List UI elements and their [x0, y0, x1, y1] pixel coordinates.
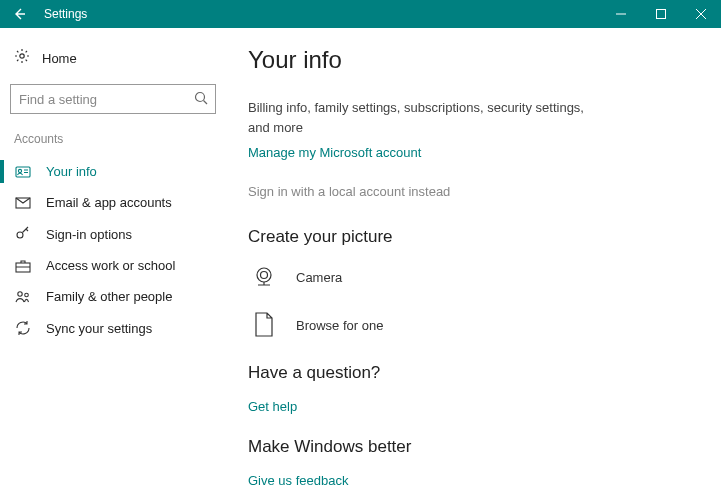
home-button[interactable]: Home [10, 42, 228, 74]
question-heading: Have a question? [248, 363, 691, 383]
sidebar-item-family[interactable]: Family & other people [10, 281, 228, 312]
get-help-link[interactable]: Get help [248, 399, 297, 414]
picture-heading: Create your picture [248, 227, 691, 247]
sidebar-item-label: Email & app accounts [46, 195, 172, 210]
svg-point-12 [18, 291, 22, 295]
home-label: Home [42, 51, 77, 66]
sidebar-item-label: Access work or school [46, 258, 175, 273]
back-button[interactable] [0, 0, 38, 28]
sidebar: Home Accounts Your info Email & app acco… [0, 28, 228, 500]
sidebar-section-label: Accounts [14, 132, 228, 146]
camera-icon [248, 261, 280, 293]
sidebar-item-your-info[interactable]: Your info [10, 156, 228, 187]
svg-point-13 [25, 293, 29, 297]
sidebar-item-label: Family & other people [46, 289, 172, 304]
search-input[interactable] [10, 84, 216, 114]
id-card-icon [14, 166, 32, 178]
close-button[interactable] [681, 0, 721, 28]
people-icon [14, 290, 32, 304]
page-title: Your info [248, 46, 691, 74]
feedback-link[interactable]: Give us feedback [248, 473, 348, 488]
maximize-icon [656, 9, 666, 19]
file-icon [248, 309, 280, 341]
close-icon [696, 9, 706, 19]
browse-label: Browse for one [296, 318, 383, 333]
sidebar-item-sync[interactable]: Sync your settings [10, 312, 228, 344]
billing-description: Billing info, family settings, subscript… [248, 98, 588, 137]
better-heading: Make Windows better [248, 437, 691, 457]
arrow-left-icon [11, 6, 27, 22]
local-account-link[interactable]: Sign in with a local account instead [248, 184, 450, 199]
sidebar-item-email[interactable]: Email & app accounts [10, 187, 228, 218]
svg-point-14 [257, 268, 271, 282]
window-controls [601, 0, 721, 28]
search-box [10, 84, 216, 114]
sidebar-item-label: Sign-in options [46, 227, 132, 242]
svg-rect-1 [657, 10, 666, 19]
minimize-icon [616, 9, 626, 19]
camera-label: Camera [296, 270, 342, 285]
camera-option[interactable]: Camera [248, 261, 691, 293]
svg-point-10 [17, 232, 23, 238]
sidebar-item-work[interactable]: Access work or school [10, 250, 228, 281]
key-icon [14, 226, 32, 242]
envelope-icon [14, 197, 32, 209]
sidebar-item-signin[interactable]: Sign-in options [10, 218, 228, 250]
svg-point-15 [261, 272, 268, 279]
svg-point-4 [20, 54, 24, 58]
sidebar-item-label: Sync your settings [46, 321, 152, 336]
maximize-button[interactable] [641, 0, 681, 28]
window-title: Settings [44, 7, 87, 21]
browse-option[interactable]: Browse for one [248, 309, 691, 341]
svg-point-8 [18, 169, 21, 172]
briefcase-icon [14, 259, 32, 273]
titlebar: Settings [0, 0, 721, 28]
sync-icon [14, 320, 32, 336]
sidebar-item-label: Your info [46, 164, 97, 179]
gear-icon [14, 48, 30, 68]
manage-account-link[interactable]: Manage my Microsoft account [248, 145, 421, 160]
main-panel: Your info Billing info, family settings,… [228, 28, 721, 500]
minimize-button[interactable] [601, 0, 641, 28]
